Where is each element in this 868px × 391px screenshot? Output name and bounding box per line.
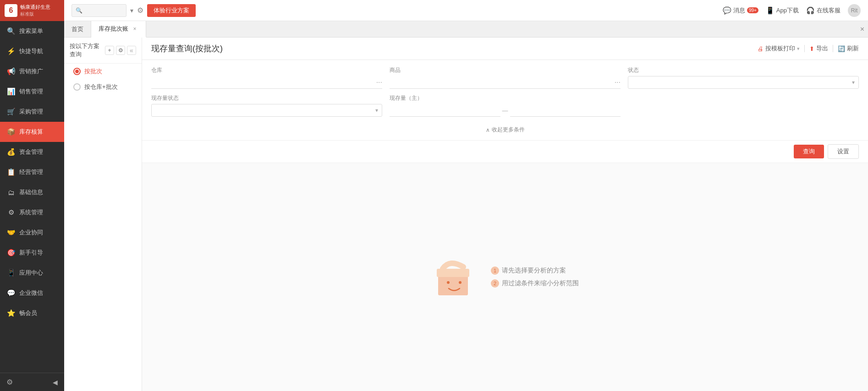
filter-row-1: 仓库 ··· 商品 ··· 状态 — [151, 66, 859, 89]
scheme-dot-active — [73, 68, 81, 75]
message-icon: 💬 — [723, 6, 731, 15]
sidebar-item-label: 库存核算 — [19, 128, 43, 136]
filter-add-btn[interactable]: + — [105, 46, 114, 55]
sidebar-item-basic[interactable]: 🗂 基础信息 — [0, 182, 64, 202]
warehouse-label: 仓库 — [151, 66, 382, 74]
filter-row-2: 现存量状态 ▾ 现存量（主） — — [151, 94, 859, 117]
app-brand: 畅康通好生意 — [20, 4, 50, 11]
print-icon: 🖨 — [758, 45, 764, 52]
online-service-btn[interactable]: 🎧 在线客服 — [806, 6, 841, 15]
sidebar-item-label: 新手引导 — [19, 249, 43, 257]
topbar-dropdown-icon[interactable]: ▾ — [130, 7, 133, 14]
sidebar-item-label: 资金管理 — [19, 148, 43, 156]
experience-btn[interactable]: 体验行业方案 — [147, 4, 196, 17]
filter-panel-header: 按以下方案查询 + ⚙ « — [64, 38, 142, 64]
quick-nav-icon: ⚡ — [6, 47, 16, 56]
finance-icon: 💰 — [6, 147, 16, 157]
messages-btn[interactable]: 💬 消息 99+ — [723, 6, 758, 15]
enterprise-icon: 🤝 — [6, 228, 16, 237]
topbar-right: 💬 消息 99+ 📱 App下载 🎧 在线客服 Rit — [723, 4, 861, 17]
sidebar-item-finance[interactable]: 💰 资金管理 — [0, 142, 64, 162]
tab-close-btn[interactable]: × — [131, 25, 138, 33]
sidebar-item-system[interactable]: ⚙ 系统管理 — [0, 202, 64, 223]
warehouse-input[interactable]: ··· — [151, 76, 382, 89]
product-input[interactable]: ··· — [390, 76, 621, 89]
action-row: 查询 设置 — [142, 141, 868, 163]
inventory-icon: 📦 — [6, 127, 16, 136]
app-download-btn[interactable]: 📱 App下载 — [766, 6, 799, 15]
system-icon: ⚙ — [6, 208, 16, 217]
svg-point-3 — [459, 281, 461, 284]
tab-home-label: 首页 — [71, 25, 83, 33]
sidebar-item-label: 营销推广 — [19, 67, 43, 76]
topbar-settings-icon[interactable]: ⚙ — [137, 6, 143, 15]
inventory-status-select[interactable]: ▾ — [151, 104, 382, 117]
sidebar-item-search[interactable]: 🔍 搜索菜单 — [0, 21, 64, 41]
sidebar-item-member[interactable]: ⭐ 畅会员 — [0, 303, 64, 323]
sidebar-item-newbie[interactable]: 🎯 新手引导 — [0, 243, 64, 263]
app-edition: 标准版 — [20, 11, 50, 17]
topbar-search-box[interactable]: 🔍 — [71, 4, 126, 17]
sidebar-item-label: 销售管理 — [19, 87, 43, 96]
sidebar-nav: 🔍 搜索菜单 ⚡ 快捷导航 📢 营销推广 📊 销售管理 🛒 采购管理 📦 库存核… — [0, 21, 64, 373]
sidebar-settings-btn[interactable]: ⚙ — [6, 378, 13, 386]
sidebar-item-inventory[interactable]: 📦 库存核算 — [0, 122, 64, 142]
user-avatar[interactable]: Rit — [848, 4, 861, 17]
sidebar-item-label: 经营管理 — [19, 168, 43, 176]
query-btn[interactable]: 查询 — [794, 145, 824, 158]
empty-text: 1 请先选择要分析的方案 2 用过滤条件来缩小分析范围 — [491, 266, 579, 288]
scheme-item-warehouse-batch[interactable]: 按仓库+批次 — [64, 79, 142, 95]
sidebar-collapse-btn[interactable]: ◀ — [53, 379, 58, 386]
sidebar-item-marketing[interactable]: 📢 营销推广 — [0, 61, 64, 81]
print-label: 按模板打印 — [765, 44, 795, 53]
sidebar-item-app-center[interactable]: 📱 应用中心 — [0, 263, 64, 283]
sidebar-item-sales[interactable]: 📊 销售管理 — [0, 81, 64, 102]
filter-product-field: 商品 ··· — [390, 66, 621, 89]
filter-status-field: 状态 ▾ — [628, 66, 859, 89]
sidebar-item-label: 应用中心 — [19, 269, 43, 277]
product-more-icon[interactable]: ··· — [615, 78, 621, 87]
status-select[interactable]: ▾ — [628, 76, 859, 89]
filter-collapse-btn[interactable]: « — [127, 46, 136, 55]
content-area: 按以下方案查询 + ⚙ « 按批次 按仓库+批次 — [64, 38, 868, 391]
wechat-icon: 💬 — [6, 288, 16, 298]
tab-active-label: 库存批次账 — [99, 25, 128, 33]
scheme-item-batch[interactable]: 按批次 — [64, 64, 142, 79]
print-btn[interactable]: 🖨 按模板打印 ▾ — [758, 44, 800, 53]
app-logo: 6 — [5, 4, 17, 17]
sidebar-item-purchase[interactable]: 🛒 采购管理 — [0, 102, 64, 122]
sidebar-item-wechat[interactable]: 💬 企业微信 — [0, 283, 64, 303]
sidebar-item-quick-nav[interactable]: ⚡ 快捷导航 — [0, 41, 64, 61]
sales-icon: 📊 — [6, 87, 16, 96]
sidebar-item-operation[interactable]: 📋 经营管理 — [0, 162, 64, 182]
tab-bar-close-btn[interactable]: × — [860, 25, 864, 33]
quantity-to-input[interactable] — [510, 104, 621, 117]
warehouse-more-icon[interactable]: ··· — [376, 78, 382, 87]
settings-btn[interactable]: 设置 — [828, 144, 859, 159]
sidebar-item-label: 搜索菜单 — [19, 27, 43, 35]
svg-rect-0 — [438, 275, 468, 295]
app-center-icon: 📱 — [6, 268, 16, 277]
sidebar: 6 畅康通好生意 标准版 🔍 搜索菜单 ⚡ 快捷导航 📢 营销推广 📊 销售管理… — [0, 0, 64, 391]
messages-label: 消息 — [733, 6, 745, 15]
search-icon: 🔍 — [6, 27, 16, 36]
refresh-btn[interactable]: 🔄 刷新 — [838, 44, 859, 53]
refresh-label: 刷新 — [847, 44, 859, 53]
tab-home[interactable]: 首页 — [64, 21, 91, 38]
quantity-range: — — [390, 104, 621, 117]
filter-settings-btn[interactable]: ⚙ — [116, 46, 125, 55]
headset-icon: 🎧 — [806, 6, 815, 15]
page-header: 现存量查询(按批次) 🖨 按模板打印 ▾ ⬆ 导出 🔄 — [142, 38, 868, 60]
sidebar-item-enterprise[interactable]: 🤝 企业协同 — [0, 223, 64, 243]
tab-inventory-batch[interactable]: 库存批次账 × — [91, 21, 146, 38]
step1-text: 请先选择要分析的方案 — [502, 266, 566, 275]
quantity-from-input[interactable] — [390, 104, 500, 117]
tab-bar: 首页 库存批次账 × × — [64, 21, 868, 38]
step2-text: 用过滤条件来缩小分析范围 — [502, 279, 579, 288]
collapse-more-btn[interactable]: ∧ 收起更多条件 — [151, 122, 859, 134]
sidebar-footer: ⚙ ◀ — [0, 373, 64, 391]
sidebar-item-label: 基础信息 — [19, 188, 43, 196]
sidebar-header: 6 畅康通好生意 标准版 — [0, 0, 64, 21]
export-btn[interactable]: ⬆ 导出 — [809, 44, 828, 53]
purchase-icon: 🛒 — [6, 107, 16, 116]
